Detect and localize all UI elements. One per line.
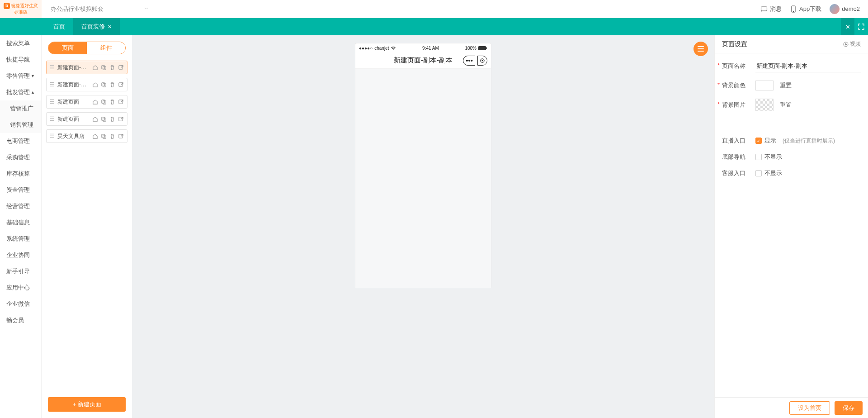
label-bg-color: 背景颜色	[722, 81, 749, 90]
svg-point-2	[793, 11, 793, 11]
segment-page[interactable]: 页面	[48, 42, 87, 54]
copy-icon[interactable]	[100, 116, 107, 122]
brand-name: 畅捷通好生意	[11, 3, 38, 9]
phone-body[interactable]	[355, 69, 491, 288]
sidenav-item[interactable]: 批发管理▲	[0, 84, 41, 100]
settings-title: 页面设置	[722, 40, 747, 48]
page-list-panel: 页面 组件 ☰新建页面-副本...☰新建页面-副本☰新建页面☰新建页面☰昊天文具…	[42, 35, 132, 418]
live-show-checkbox[interactable]: ✓显示	[755, 137, 776, 145]
sidenav-item[interactable]: 畅会员	[0, 312, 41, 328]
set-home-button[interactable]: 设为首页	[789, 401, 830, 415]
delete-icon[interactable]	[109, 99, 115, 105]
phone-nav: 新建页面-副本-副本 •••	[355, 52, 491, 69]
close-icon[interactable]: ✕	[108, 24, 112, 30]
svg-rect-11	[118, 100, 122, 103]
canvas: ●●●●○ chanjet 9:41 AM 100% 新建页面-副本-副本	[132, 35, 714, 418]
page-list-item[interactable]: ☰昊天文具店	[46, 129, 127, 143]
copy-icon[interactable]	[100, 99, 107, 105]
cs-checkbox[interactable]: 不显示	[755, 169, 782, 177]
settings-panel: 页面设置 视频 页面名称 背景颜色 重置	[714, 35, 868, 418]
drag-icon: ☰	[50, 116, 55, 122]
tab-row: 首页 首页装修✕ ✕	[0, 18, 868, 35]
home-icon[interactable]	[92, 81, 98, 88]
svg-rect-5	[118, 65, 122, 69]
tab-close-button[interactable]: ✕	[841, 18, 854, 35]
sidenav-item[interactable]: 基础信息	[0, 214, 41, 231]
page-list-item[interactable]: ☰新建页面-副本	[46, 78, 127, 91]
sidenav-item[interactable]: 企业微信	[0, 296, 41, 312]
home-icon[interactable]	[92, 116, 98, 122]
segment-component[interactable]: 组件	[87, 42, 125, 54]
logo-icon: b	[4, 3, 10, 9]
home-icon[interactable]	[92, 99, 98, 105]
delete-icon[interactable]	[109, 81, 115, 88]
sidenav-item[interactable]: 零售管理▼	[0, 68, 41, 84]
side-nav: 搜索菜单快捷导航零售管理▼批发管理▲营销推广销售管理电商管理采购管理库存核算资金…	[0, 35, 42, 418]
sidenav-item[interactable]: 新手引导	[0, 263, 41, 280]
sidenav-item[interactable]: 营销推广	[0, 100, 41, 117]
sidenav-item[interactable]: 销售管理	[0, 117, 41, 133]
home-icon[interactable]	[92, 133, 98, 139]
miniapp-close-icon	[477, 56, 487, 66]
share-icon[interactable]	[118, 81, 124, 88]
messages-button[interactable]: 消息	[760, 5, 782, 13]
sidenav-item[interactable]: 采购管理	[0, 149, 41, 166]
sidenav-item[interactable]: 搜索菜单	[0, 35, 41, 52]
drag-icon: ☰	[50, 64, 55, 71]
phone-time: 9:41 AM	[422, 46, 439, 51]
home-icon[interactable]	[92, 64, 98, 71]
share-icon[interactable]	[118, 133, 124, 139]
fullscreen-button[interactable]	[854, 18, 868, 35]
tab-home[interactable]: 首页	[45, 18, 73, 35]
app-download-button[interactable]: App下载	[790, 5, 821, 13]
user-menu[interactable]: demo2	[830, 4, 860, 14]
caret-icon: ▼	[31, 74, 35, 78]
copy-icon[interactable]	[100, 81, 107, 88]
bg-color-swatch[interactable]	[755, 81, 774, 90]
message-icon	[760, 5, 768, 13]
save-button[interactable]: 保存	[835, 401, 863, 415]
topbar: b 畅捷通好生意 标准版 办公品行业模拟账套 ﹀ 消息 App下载 demo2	[0, 0, 868, 18]
page-list-item[interactable]: ☰新建页面	[46, 112, 127, 126]
settings-footer: 设为首页 保存	[715, 397, 868, 418]
svg-rect-19	[486, 47, 487, 49]
label-page-name: 页面名称	[722, 62, 749, 70]
svg-point-21	[482, 60, 483, 61]
share-icon[interactable]	[118, 64, 124, 71]
sidenav-item[interactable]: 资金管理	[0, 182, 41, 198]
bg-image-picker[interactable]	[755, 99, 774, 111]
phone-title: 新建页面-副本-副本	[394, 56, 453, 65]
delete-icon[interactable]	[109, 116, 115, 122]
bottomnav-checkbox[interactable]: 不显示	[755, 153, 782, 161]
video-help-button[interactable]: 视频	[843, 40, 861, 48]
new-page-button[interactable]: + 新建页面	[48, 397, 126, 412]
delete-icon[interactable]	[109, 64, 115, 71]
share-icon[interactable]	[118, 116, 124, 122]
page-name-input[interactable]	[755, 60, 861, 72]
sidenav-item[interactable]: 快捷导航	[0, 52, 41, 68]
account-selector[interactable]: 办公品行业模拟账套 ﹀	[51, 5, 149, 13]
copy-icon[interactable]	[100, 133, 107, 139]
sidenav-item[interactable]: 应用中心	[0, 280, 41, 296]
label-live-entry: 直播入口	[722, 137, 749, 145]
signal-icon: ●●●●○	[359, 46, 373, 51]
delete-icon[interactable]	[109, 133, 115, 139]
page-list-item[interactable]: ☰新建页面	[46, 95, 127, 109]
toggle-panel-button[interactable]	[693, 42, 708, 56]
live-hint: (仅当进行直播时展示)	[783, 137, 835, 145]
sidenav-item[interactable]: 经营管理	[0, 198, 41, 214]
reset-bgcolor-button[interactable]: 重置	[780, 81, 792, 90]
brand-edition: 标准版	[14, 9, 28, 15]
page-list-item[interactable]: ☰新建页面-副本...	[46, 61, 127, 74]
reset-bgimg-button[interactable]: 重置	[780, 101, 792, 109]
miniapp-menu-icon: •••	[463, 56, 475, 66]
tab-page-decor[interactable]: 首页装修✕	[73, 18, 120, 35]
phone-preview: ●●●●○ chanjet 9:41 AM 100% 新建页面-副本-副本	[355, 43, 491, 288]
sidenav-item[interactable]: 企业协同	[0, 247, 41, 263]
sidenav-item[interactable]: 系统管理	[0, 231, 41, 247]
sidenav-item[interactable]: 库存核算	[0, 166, 41, 182]
share-icon[interactable]	[118, 99, 124, 105]
copy-icon[interactable]	[100, 64, 107, 71]
phone-status-bar: ●●●●○ chanjet 9:41 AM 100%	[355, 43, 491, 52]
sidenav-item[interactable]: 电商管理	[0, 133, 41, 149]
